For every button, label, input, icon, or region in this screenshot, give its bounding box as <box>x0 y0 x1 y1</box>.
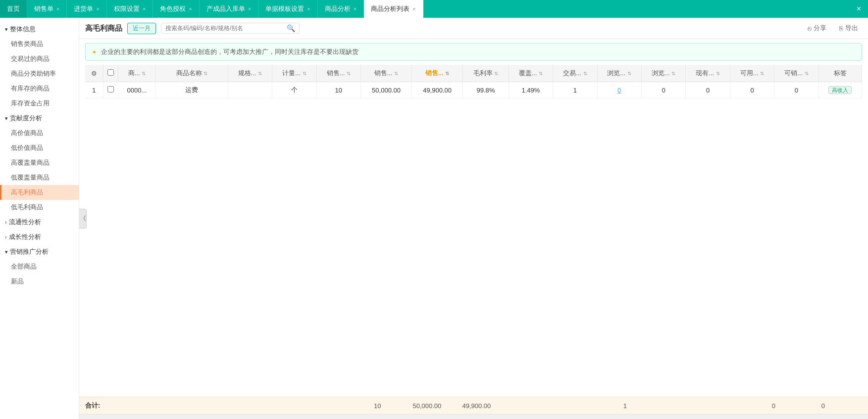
export-label: 导出 <box>845 24 858 33</box>
close-permission-icon[interactable]: × <box>143 6 146 12</box>
nav-item-home[interactable]: 首页 <box>0 0 27 18</box>
content-header: 高毛利商品 近一月 🔍 ⎋ 分享 ⎘ 导出 <box>79 18 868 39</box>
cell-trade: 1 <box>553 82 597 98</box>
col-sellable[interactable]: 可销... ⇅ <box>774 65 818 82</box>
sidebar-collapse-button[interactable]: 《 <box>79 209 87 229</box>
cell-current-stock: 0 <box>686 82 730 98</box>
horizontal-scrollbar[interactable] <box>79 414 868 419</box>
window-close-button[interactable]: × <box>850 0 868 18</box>
close-analysis-icon[interactable]: × <box>354 6 357 12</box>
close-role-icon[interactable]: × <box>189 6 192 12</box>
content-area: 《 高毛利商品 近一月 🔍 ⎋ 分享 ⎘ 导出 ✦ 企业的主要的利润都是这部分商… <box>79 18 868 419</box>
sidebar-item-high-value[interactable]: 高价值商品 <box>0 126 79 140</box>
sort-icon-name: ⇅ <box>204 71 207 76</box>
sidebar-item-low-value[interactable]: 低价值商品 <box>0 140 79 155</box>
sidebar-item-high-coverage[interactable]: 高覆盖量商品 <box>0 155 79 170</box>
col-margin[interactable]: 毛利率 ⇅ <box>463 65 509 82</box>
data-table: ⚙ 商... ⇅ 商品名称 ⇅ <box>85 65 862 98</box>
close-sales-icon[interactable]: × <box>56 6 59 12</box>
search-input[interactable] <box>165 25 287 32</box>
col-tag[interactable]: 标签 <box>818 65 862 82</box>
sort-icon-coverage: ⇅ <box>539 71 543 76</box>
sort-icon-spec: ⇅ <box>258 71 262 76</box>
nav-purchase-label: 进货单 <box>74 4 93 13</box>
col-unit[interactable]: 计量... ⇅ <box>272 65 316 82</box>
footer-sales-qty: 10 <box>357 402 397 410</box>
filter-month-button[interactable]: 近一月 <box>127 23 156 34</box>
nav-item-purchase[interactable]: 进货单 × <box>67 0 106 18</box>
nav-item-permission[interactable]: 权限设置 × <box>107 0 153 18</box>
sidebar-item-traded-goods[interactable]: 交易过的商品 <box>0 51 79 66</box>
col-code[interactable]: 商... ⇅ <box>118 65 156 82</box>
col-settings[interactable]: ⚙ <box>85 65 103 82</box>
nav-item-role[interactable]: 角色授权 × <box>153 0 199 18</box>
row-checkbox[interactable] <box>107 86 114 93</box>
sidebar-group-contribution[interactable]: ▾ 贡献度分析 <box>0 111 79 126</box>
table-wrapper: ⚙ 商... ⇅ 商品名称 ⇅ <box>85 65 862 397</box>
sidebar-item-low-coverage[interactable]: 低覆盖量商品 <box>0 170 79 185</box>
tip-icon: ✦ <box>92 48 97 56</box>
sidebar-group-growth-label: 成长性分析 <box>9 233 41 241</box>
nav-item-analysis[interactable]: 商品分析 × <box>318 0 364 18</box>
col-sales-amt[interactable]: 销售... ⇅ <box>360 65 411 82</box>
chevron-down-icon: ▾ <box>5 26 8 33</box>
cell-coverage: 1.49% <box>509 82 553 98</box>
nav-permission-label: 权限设置 <box>114 4 140 13</box>
footer-current-stock: 0 <box>754 402 793 410</box>
sidebar-item-high-margin[interactable]: 高毛利商品 <box>0 185 79 200</box>
sidebar-group-liquidity[interactable]: › 流通性分析 <box>0 215 79 230</box>
sidebar-item-category-rate[interactable]: 商品分类助销率 <box>0 66 79 81</box>
col-name[interactable]: 商品名称 ⇅ <box>156 65 228 82</box>
col-sales-qty[interactable]: 销售... ⇅ <box>316 65 360 82</box>
nav-item-template[interactable]: 单据模板设置 × <box>258 0 317 18</box>
share-button[interactable]: ⎋ 分享 <box>804 22 830 35</box>
search-icon[interactable]: 🔍 <box>287 24 295 32</box>
sidebar-group-overall[interactable]: ▾ 整体信息 <box>0 22 79 37</box>
cell-tag: 高收入 <box>818 82 862 98</box>
export-button[interactable]: ⎘ 导出 <box>835 22 862 35</box>
col-trade[interactable]: 交易... ⇅ <box>553 65 597 82</box>
footer-sales-amt: 50,000.00 <box>407 402 447 410</box>
footer-sales-profit: 49,900.00 <box>457 402 496 410</box>
table-footer: 合计: 10 50,000.00 49,900.00 1 0 0 <box>79 397 868 414</box>
share-icon: ⎋ <box>808 25 812 32</box>
cell-margin: 99.8% <box>463 82 509 98</box>
top-nav: 首页 销售单 × 进货单 × 权限设置 × 角色授权 × 产成品入库单 × 单据… <box>0 0 868 18</box>
table-header-row: ⚙ 商... ⇅ 商品名称 ⇅ <box>85 65 862 82</box>
sidebar-item-all-goods[interactable]: 全部商品 <box>0 259 79 274</box>
col-checkbox[interactable] <box>103 65 118 82</box>
sidebar-item-sales-goods[interactable]: 销售类商品 <box>0 37 79 51</box>
cell-index: 1 <box>85 82 103 98</box>
sidebar-item-new-goods[interactable]: 新品 <box>0 274 79 289</box>
nav-item-sales[interactable]: 销售单 × <box>27 0 67 18</box>
search-box: 🔍 <box>161 23 300 34</box>
close-warehouse-icon[interactable]: × <box>248 6 251 12</box>
sort-icon-sales-amt: ⇅ <box>394 71 398 76</box>
sidebar-item-low-margin[interactable]: 低毛利商品 <box>0 200 79 215</box>
cell-sellable: 0 <box>774 82 818 98</box>
col-spec[interactable]: 规格... ⇅ <box>228 65 272 82</box>
select-all-checkbox[interactable] <box>107 69 114 76</box>
sidebar-item-stock-capital[interactable]: 库存资金占用 <box>0 96 79 111</box>
col-browse2[interactable]: 浏览... ⇅ <box>641 65 685 82</box>
sidebar-item-stocked-goods[interactable]: 有库存的商品 <box>0 81 79 96</box>
col-sales-profit[interactable]: 销售... ⇅ <box>412 65 463 82</box>
main-layout: ▾ 整体信息 销售类商品 交易过的商品 商品分类助销率 有库存的商品 库存资金占… <box>0 18 868 419</box>
close-analysis-list-icon[interactable]: × <box>412 6 415 12</box>
sidebar-group-marketing[interactable]: ▾ 营销推广分析 <box>0 244 79 259</box>
sidebar-group-growth[interactable]: › 成长性分析 <box>0 230 79 244</box>
cell-checkbox[interactable] <box>103 82 118 98</box>
sort-icon-profit: ⇅ <box>445 71 449 76</box>
sort-icon-code: ⇅ <box>142 71 146 76</box>
cell-browse1[interactable]: 0 <box>597 82 641 98</box>
close-purchase-icon[interactable]: × <box>96 6 99 12</box>
col-available[interactable]: 可用... ⇅ <box>730 65 774 82</box>
col-current-stock[interactable]: 现有... ⇅ <box>686 65 730 82</box>
table-row: 1 0000... 运费 <box>85 82 862 98</box>
col-coverage[interactable]: 覆盖... ⇅ <box>509 65 553 82</box>
nav-item-analysis-list[interactable]: 商品分析列表 × <box>364 0 423 18</box>
nav-item-warehouse[interactable]: 产成品入库单 × <box>200 0 258 18</box>
sort-icon-sellable: ⇅ <box>805 71 809 76</box>
close-template-icon[interactable]: × <box>307 6 310 12</box>
col-browse1[interactable]: 浏览... ⇅ <box>597 65 641 82</box>
